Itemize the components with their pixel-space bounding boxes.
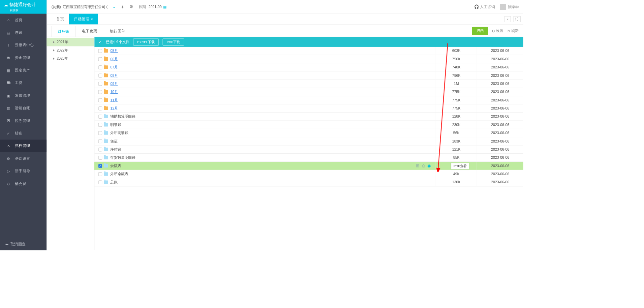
file-date: 2023-06-06 bbox=[477, 129, 523, 137]
nav-item-1[interactable]: ▤总账 bbox=[0, 26, 47, 39]
nav-item-7[interactable]: ▥进销台账 bbox=[0, 102, 47, 114]
table-row[interactable]: 06月756K2023-06-06 bbox=[94, 55, 523, 63]
add-button[interactable]: ＋ bbox=[120, 3, 125, 10]
table-row[interactable]: 外币余额表49K2023-06-06 bbox=[94, 170, 523, 178]
file-link[interactable]: 07月 bbox=[110, 65, 118, 70]
row-checkbox[interactable] bbox=[98, 180, 102, 184]
nav-item-10[interactable]: ⛬归档管理 bbox=[0, 140, 47, 152]
file-link[interactable]: 11月 bbox=[110, 98, 118, 103]
tab-archive[interactable]: 归档管理× bbox=[69, 14, 98, 25]
row-checkbox[interactable]: ✓ bbox=[98, 164, 102, 167]
folder-icon bbox=[104, 148, 108, 151]
table-row[interactable]: 12月775K2023-06-06 bbox=[94, 104, 523, 113]
file-link[interactable]: 05月 bbox=[110, 48, 118, 53]
folder-icon bbox=[104, 131, 108, 135]
close-icon[interactable]: × bbox=[91, 17, 93, 21]
file-link[interactable]: 06月 bbox=[110, 57, 118, 62]
nav-item-8[interactable]: ⛨税务管理 bbox=[0, 115, 47, 127]
table-row[interactable]: ✓余额表⊞⎙◉PDF查看3K2023-06-06 bbox=[94, 162, 523, 170]
file-link[interactable]: 09月 bbox=[110, 81, 118, 86]
settings-link[interactable]: ⚙设置 bbox=[492, 29, 503, 34]
row-checkbox[interactable] bbox=[98, 172, 102, 176]
table-row[interactable]: 05月603K2023-06-06 bbox=[94, 47, 523, 55]
row-checkbox[interactable] bbox=[98, 65, 102, 69]
nav-item-13[interactable]: ◇畅会员 bbox=[0, 178, 47, 190]
row-checkbox[interactable] bbox=[98, 148, 102, 151]
tree-year[interactable]: 2023年 bbox=[47, 55, 94, 63]
user-menu[interactable]: 徐泽华 bbox=[500, 4, 518, 10]
file-date: 2023-06-06 bbox=[477, 145, 523, 153]
row-checkbox[interactable] bbox=[98, 82, 102, 86]
table-row[interactable]: 11月775K2023-06-06 bbox=[94, 96, 523, 104]
table-row[interactable]: 10月775K2023-06-06 bbox=[94, 88, 523, 96]
tree-year[interactable]: 2021年 bbox=[47, 38, 94, 46]
table-row[interactable]: 明细账230K2023-06-06 bbox=[94, 121, 523, 129]
file-link[interactable]: 12月 bbox=[110, 106, 118, 111]
table-row[interactable]: 总账130K2023-06-06 bbox=[94, 178, 523, 186]
chevron-down-icon: ⌄ bbox=[113, 5, 116, 9]
nav-item-2[interactable]: ⫾云报表中心 bbox=[0, 39, 47, 51]
table-row[interactable]: 序时账121K2023-06-06 bbox=[94, 145, 523, 153]
inner-tab-einvoice[interactable]: 电子发票 bbox=[75, 26, 103, 37]
file-name: 序时账 bbox=[110, 147, 121, 152]
table-row[interactable]: 存货数量明细账85K2023-06-06 bbox=[94, 154, 523, 162]
nav: ⌂首页▤总账⫾云报表中心⛃资金管理▦固定资产⛟工资▣发票管理▥进销台账⛨税务管理… bbox=[0, 14, 47, 238]
nav-item-11[interactable]: ⚙基础设置 bbox=[0, 152, 47, 165]
inner-tab-finance[interactable]: 财务账 bbox=[52, 26, 76, 37]
inner-tab-bank[interactable]: 银行回单 bbox=[103, 26, 131, 37]
gear-icon: ⚙ bbox=[492, 29, 495, 33]
folder-icon bbox=[104, 98, 108, 102]
nav-item-0[interactable]: ⌂首页 bbox=[0, 14, 47, 26]
tab-home[interactable]: 首页 bbox=[52, 14, 69, 25]
tooltip: PDF查看 bbox=[451, 163, 469, 169]
table-row[interactable]: 07月740K2023-06-06 bbox=[94, 63, 523, 71]
nav-item-6[interactable]: ▣发票管理 bbox=[0, 89, 47, 102]
fullscreen-button[interactable]: ⛶ bbox=[514, 16, 521, 22]
row-checkbox[interactable] bbox=[98, 98, 102, 102]
tree-year[interactable]: 2022年 bbox=[47, 46, 94, 54]
folder-icon bbox=[104, 106, 108, 110]
excel-icon[interactable]: ⊞ bbox=[416, 163, 420, 168]
support-link[interactable]: 🎧人工咨询 bbox=[474, 4, 495, 9]
refresh-link[interactable]: ↻刷新 bbox=[507, 29, 518, 34]
row-checkbox[interactable] bbox=[98, 115, 102, 118]
folder-icon bbox=[104, 74, 108, 78]
nav-icon: ⛟ bbox=[6, 81, 11, 86]
table-row[interactable]: 09月1M2023-06-06 bbox=[94, 80, 523, 88]
row-checkbox[interactable] bbox=[98, 73, 102, 77]
file-name: 辅助核算明细账 bbox=[110, 114, 135, 119]
unpin-button[interactable]: ⇤取消固定 bbox=[0, 238, 47, 250]
nav-item-3[interactable]: ⛃资金管理 bbox=[0, 52, 47, 64]
file-link[interactable]: 08月 bbox=[110, 73, 118, 78]
row-checkbox[interactable] bbox=[98, 90, 102, 94]
archive-button[interactable]: 归档 bbox=[472, 27, 488, 35]
calendar-icon[interactable]: ▦ bbox=[163, 5, 166, 9]
table-row[interactable]: 外币明细账56K2023-06-06 bbox=[94, 129, 523, 137]
table-row[interactable]: 凭证183K2023-06-06 bbox=[94, 137, 523, 145]
view-icon[interactable]: ◉ bbox=[427, 163, 431, 168]
row-checkbox[interactable] bbox=[98, 57, 102, 61]
company-selector[interactable]: (勿删) 江西服宝精品有限责任公司 (... ⌄ bbox=[52, 4, 116, 9]
nav-icon: ⛃ bbox=[6, 55, 11, 60]
nav-item-9[interactable]: ✓结账 bbox=[0, 127, 47, 140]
sidebar: ☁畅捷通好会计 旗舰版 ⌂首页▤总账⫾云报表中心⛃资金管理▦固定资产⛟工资▣发票… bbox=[0, 0, 47, 250]
table-row[interactable]: 08月796K2023-06-06 bbox=[94, 71, 523, 80]
file-link[interactable]: 10月 bbox=[110, 89, 118, 94]
excel-download-button[interactable]: EXCEL下载 bbox=[133, 38, 159, 45]
file-date: 2023-06-06 bbox=[477, 63, 523, 71]
nav-item-12[interactable]: ▷新手引导 bbox=[0, 165, 47, 177]
close-tab-button[interactable]: × bbox=[504, 16, 511, 22]
row-checkbox[interactable] bbox=[98, 156, 102, 159]
nav-icon: ⚙ bbox=[6, 156, 11, 161]
row-checkbox[interactable] bbox=[98, 49, 102, 53]
row-checkbox[interactable] bbox=[98, 139, 102, 143]
row-checkbox[interactable] bbox=[98, 106, 102, 110]
pdf-icon[interactable]: ⎙ bbox=[422, 163, 425, 168]
pdf-download-button[interactable]: PDF下载 bbox=[162, 38, 184, 45]
gear-icon[interactable]: ⚙ bbox=[129, 4, 133, 9]
row-checkbox[interactable] bbox=[98, 123, 102, 126]
nav-item-4[interactable]: ▦固定资产 bbox=[0, 64, 47, 76]
table-row[interactable]: 辅助核算明细账128K2023-06-06 bbox=[94, 113, 523, 121]
nav-item-5[interactable]: ⛟工资 bbox=[0, 77, 47, 89]
row-checkbox[interactable] bbox=[98, 131, 102, 135]
